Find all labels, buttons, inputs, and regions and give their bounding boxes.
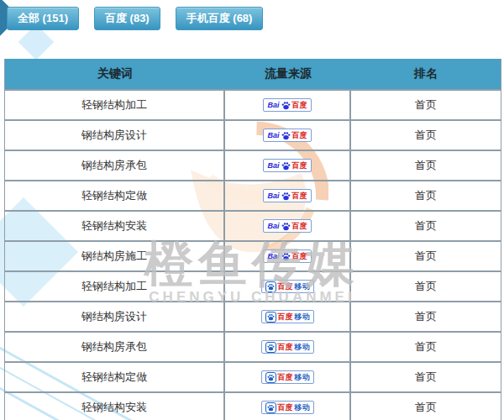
baidu-paw-icon: [281, 101, 291, 110]
source-cell: 百度移动: [225, 333, 351, 361]
keyword-cell: 轻钢结构加工: [5, 91, 225, 119]
rank-cell: 首页: [351, 302, 501, 331]
keyword-cell: 钢结构房施工: [5, 242, 225, 270]
baidu-pc-logo: Bai 百度: [263, 159, 311, 172]
baidu-mobile-logo: 百度移动: [261, 340, 314, 354]
baidu-paw-icon: [281, 252, 291, 261]
keyword-cell: 钢结构房承包: [5, 151, 225, 180]
rank-cell: 首页: [351, 121, 501, 150]
tab-all[interactable]: 全部 (151): [7, 7, 79, 30]
keyword-ranking-table: 关键词 流量来源 排名 轻钢结构加工 Bai 百度 首页 钢结构房设计 Bai: [4, 59, 501, 420]
keyword-cell: 轻钢结构安装: [5, 393, 225, 420]
source-cell: Bai 百度: [225, 181, 351, 210]
baidu-mobile-logo: 百度移动: [261, 310, 314, 323]
rank-cell: 首页: [351, 91, 501, 119]
rank-cell: 首页: [351, 151, 501, 180]
page: 全部 (151) 百度 (83) 手机百度 (68) 关键词 流量来源 排名 轻…: [0, 0, 504, 420]
source-cell: 百度移动: [225, 363, 351, 391]
baidu-pc-logo: Bai 百度: [263, 189, 311, 202]
rank-cell: 首页: [351, 181, 501, 210]
keyword-cell: 钢结构房设计: [5, 302, 225, 331]
baidu-paw-icon: [281, 222, 291, 231]
keyword-cell: 钢结构房承包: [5, 333, 225, 361]
column-header-keyword: 关键词: [5, 59, 225, 89]
table-row: 轻钢结构定做 Bai 百度 首页: [5, 180, 501, 210]
baidu-mobile-paw-icon: [265, 281, 276, 292]
table-header: 关键词 流量来源 排名: [5, 59, 501, 89]
table-row: 轻钢结构安装 百度移动 首页: [5, 391, 501, 420]
baidu-pc-logo: Bai 百度: [263, 219, 311, 233]
rank-cell: 首页: [351, 393, 501, 420]
baidu-mobile-paw-icon: [265, 342, 276, 353]
keyword-cell: 轻钢结构加工: [5, 272, 225, 301]
table-row: 钢结构房承包 Bai 百度 首页: [5, 150, 501, 180]
rank-cell: 首页: [351, 333, 501, 361]
source-cell: Bai 百度: [225, 242, 351, 270]
table-row: 钢结构房设计 百度移动 首页: [5, 301, 501, 331]
source-cell: 百度移动: [225, 393, 351, 420]
source-cell: Bai 百度: [225, 212, 351, 240]
table-row: 轻钢结构定做 百度移动 首页: [5, 361, 501, 391]
tab-mobile-baidu[interactable]: 手机百度 (68): [176, 7, 264, 30]
tab-bar: 全部 (151) 百度 (83) 手机百度 (68): [7, 7, 263, 30]
source-cell: 百度移动: [225, 272, 351, 301]
baidu-pc-logo: Bai 百度: [263, 249, 311, 263]
table-row: 轻钢结构加工 百度移动 首页: [5, 270, 501, 301]
table-body: 轻钢结构加工 Bai 百度 首页 钢结构房设计 Bai 百度: [5, 89, 501, 420]
rank-cell: 首页: [351, 363, 501, 391]
table-row: 钢结构房施工 Bai 百度 首页: [5, 240, 501, 270]
table-row: 轻钢结构安装 Bai 百度 首页: [5, 210, 501, 240]
baidu-paw-icon: [281, 131, 291, 140]
baidu-mobile-logo: 百度移动: [261, 280, 314, 293]
baidu-mobile-paw-icon: [265, 372, 276, 383]
keyword-cell: 轻钢结构安装: [5, 212, 225, 240]
table-row: 钢结构房承包 百度移动 首页: [5, 331, 501, 361]
table-row: 轻钢结构加工 Bai 百度 首页: [5, 89, 501, 119]
column-header-rank: 排名: [351, 59, 501, 89]
rank-cell: 首页: [351, 242, 501, 270]
baidu-mobile-logo: 百度移动: [261, 401, 314, 414]
table-row: 钢结构房设计 Bai 百度 首页: [5, 119, 501, 150]
baidu-pc-logo: Bai 百度: [263, 129, 311, 142]
column-header-source: 流量来源: [225, 59, 351, 89]
keyword-cell: 轻钢结构定做: [5, 181, 225, 210]
baidu-mobile-logo: 百度移动: [261, 370, 314, 384]
rank-cell: 首页: [351, 272, 501, 301]
source-cell: 百度移动: [225, 302, 351, 331]
baidu-paw-icon: [281, 161, 291, 171]
baidu-paw-icon: [281, 192, 291, 201]
keyword-cell: 轻钢结构定做: [5, 363, 225, 391]
baidu-mobile-paw-icon: [265, 312, 276, 323]
baidu-mobile-paw-icon: [265, 402, 276, 413]
source-cell: Bai 百度: [225, 151, 351, 180]
baidu-pc-logo: Bai 百度: [263, 98, 311, 112]
keyword-cell: 钢结构房设计: [5, 121, 225, 150]
source-cell: Bai 百度: [225, 121, 351, 150]
source-cell: Bai 百度: [225, 91, 351, 119]
tab-baidu[interactable]: 百度 (83): [94, 7, 160, 30]
rank-cell: 首页: [351, 212, 501, 240]
